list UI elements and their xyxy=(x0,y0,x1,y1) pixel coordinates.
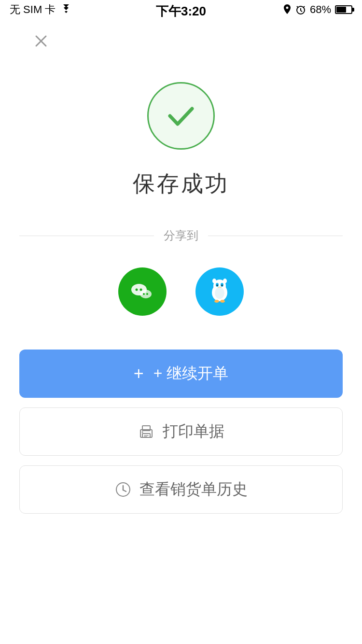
svg-line-33 xyxy=(123,490,126,491)
divider-left xyxy=(19,236,154,236)
share-icons-container xyxy=(118,267,244,316)
wifi-icon xyxy=(59,4,73,15)
qq-share-button[interactable] xyxy=(195,267,244,316)
location-icon xyxy=(283,4,292,15)
printer-icon xyxy=(138,423,155,440)
status-bar: 无 SIM 卡 下午3:20 68% xyxy=(0,0,362,19)
share-divider: 分享到 xyxy=(19,228,343,243)
svg-point-12 xyxy=(146,293,148,295)
close-button[interactable] xyxy=(29,29,53,53)
action-buttons: + + 继续开单 打印单据 查看销货单历史 xyxy=(19,350,343,514)
battery-percent: 68% xyxy=(310,3,331,16)
svg-point-8 xyxy=(136,289,138,291)
success-icon-circle xyxy=(147,82,215,150)
print-button[interactable]: 打印单据 xyxy=(19,407,343,456)
svg-point-10 xyxy=(140,290,152,298)
continue-button[interactable]: + + 继续开单 xyxy=(19,350,343,398)
plus-icon: + xyxy=(134,364,144,384)
svg-point-9 xyxy=(140,289,142,291)
history-button[interactable]: 查看销货单历史 xyxy=(19,465,343,514)
share-label: 分享到 xyxy=(164,228,198,243)
svg-point-20 xyxy=(212,279,216,283)
qq-logo xyxy=(205,277,234,306)
clock-icon xyxy=(114,481,132,498)
continue-label: + 继续开单 xyxy=(153,363,229,384)
svg-rect-28 xyxy=(144,435,149,436)
status-left: 无 SIM 卡 xyxy=(10,2,73,17)
svg-point-24 xyxy=(215,287,224,299)
svg-line-3 xyxy=(297,6,298,8)
svg-point-17 xyxy=(217,285,218,286)
svg-point-18 xyxy=(222,285,223,286)
divider-right xyxy=(208,236,343,236)
svg-line-4 xyxy=(303,6,305,8)
svg-point-21 xyxy=(223,279,227,283)
history-label: 查看销货单历史 xyxy=(139,479,248,500)
no-sim-label: 无 SIM 卡 xyxy=(10,2,56,17)
wechat-logo xyxy=(128,277,157,306)
status-time: 下午3:20 xyxy=(156,3,206,20)
main-content: 保存成功 分享到 xyxy=(0,19,362,644)
svg-line-2 xyxy=(301,11,302,12)
wechat-share-button[interactable] xyxy=(118,267,167,316)
svg-point-23 xyxy=(220,300,225,303)
success-title: 保存成功 xyxy=(133,169,229,199)
battery-icon xyxy=(335,5,352,14)
checkmark-icon xyxy=(164,99,198,133)
svg-rect-29 xyxy=(144,436,147,437)
svg-point-11 xyxy=(143,293,145,295)
svg-point-30 xyxy=(142,432,143,433)
status-right: 68% xyxy=(283,3,352,16)
print-label: 打印单据 xyxy=(163,421,224,442)
svg-point-22 xyxy=(214,300,219,303)
alarm-icon xyxy=(295,4,306,15)
